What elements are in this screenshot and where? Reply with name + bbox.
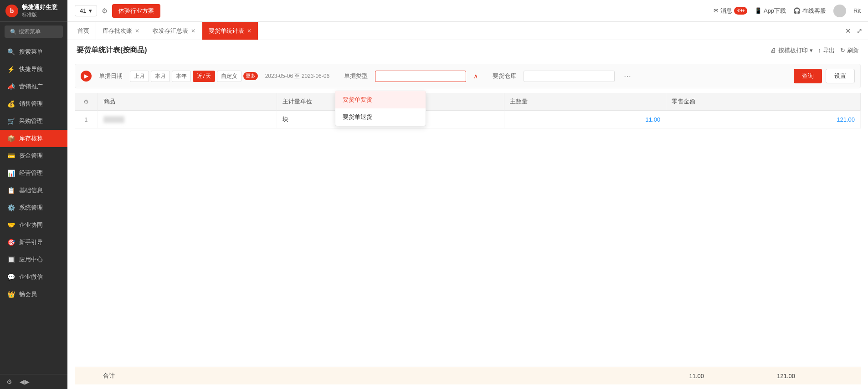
date-btn-this-year[interactable]: 本年 xyxy=(172,71,191,82)
warehouse-label: 要货仓库 xyxy=(493,72,516,80)
table-row: 1 █████ 块 11.00 121.00 xyxy=(75,111,861,128)
basic-icon: 📋 xyxy=(6,186,15,195)
industry-btn[interactable]: 体验行业方案 xyxy=(112,4,160,18)
store-value: 41 xyxy=(80,7,86,14)
tab-close[interactable]: ✕ xyxy=(135,28,139,34)
tab-close[interactable]: ✕ xyxy=(247,28,252,34)
nav-label: 库存核算 xyxy=(19,134,43,143)
search-label: 搜索菜单 xyxy=(19,28,41,36)
tab-label: 要货单统计表 xyxy=(209,27,244,35)
chevron-down-icon: ▾ xyxy=(89,7,92,14)
type-dropdown-arrow[interactable]: ∧ xyxy=(473,72,478,80)
sales-icon: 💰 xyxy=(6,99,15,108)
warehouse-input[interactable] xyxy=(524,71,615,82)
sidebar-item-finance[interactable]: 💳资金管理 xyxy=(0,147,67,164)
date-btn-custom[interactable]: 自定义 xyxy=(217,71,241,82)
sidebar-item-member[interactable]: 👑畅会员 xyxy=(0,286,67,303)
th-gear[interactable]: ⚙ xyxy=(75,93,98,111)
data-table: ⚙ 商品 主计量单位 主数量 零售金额 1 █████ 块 11.00 121.… xyxy=(75,93,861,128)
footer-amount: 121.00 xyxy=(746,373,801,379)
topbar-right: ✉ 消息 99+ 📱 App下载 🎧 在线客服 Rit xyxy=(714,5,861,17)
tab-receive-summary[interactable]: 收发存汇总表✕ xyxy=(146,22,202,40)
date-btn-7days[interactable]: 近7天 xyxy=(193,71,215,82)
app-download-btn[interactable]: 📱 App下载 xyxy=(755,7,786,15)
sidebar-item-search[interactable]: 🔍搜索菜单 xyxy=(0,43,67,61)
date-range: 2023-05-06 至 2023-06-06 xyxy=(265,72,329,80)
sidebar-item-operation[interactable]: 📊经营管理 xyxy=(0,164,67,182)
sidebar-item-enterprise[interactable]: 🤝企业协同 xyxy=(0,216,67,234)
sidebar-item-purchase[interactable]: 🛒采购管理 xyxy=(0,113,67,130)
sidebar-item-guide[interactable]: 🎯新手引导 xyxy=(0,234,67,251)
type-input[interactable] xyxy=(375,71,466,82)
tabbar-actions: ✕ ⤢ xyxy=(843,25,868,37)
maximize-btn[interactable]: ⤢ xyxy=(855,25,864,37)
date-buttons: 上月 本月 本年 近7天 自定义 更多 xyxy=(130,71,258,82)
dropdown-item-requisition[interactable]: 要货单要货 xyxy=(335,91,426,108)
search-btn[interactable]: 查询 xyxy=(794,69,822,83)
type-label: 单据类型 xyxy=(344,72,368,80)
table-footer: 合计 11.00 121.00 xyxy=(75,367,861,384)
system-icon: ⚙️ xyxy=(6,203,15,212)
settings-icon[interactable]: ⚙ xyxy=(6,378,12,385)
sidebar: b 畅捷通好生意 标准版 🔍 搜索菜单 🔍搜索菜单⚡快捷导航📣营销推广💰销售管理… xyxy=(0,0,67,389)
tab-close[interactable]: ✕ xyxy=(191,28,195,34)
sidebar-item-marketing[interactable]: 📣营销推广 xyxy=(0,78,67,95)
refresh-btn[interactable]: ↻ 刷新 xyxy=(840,46,859,55)
topbar-gear-icon[interactable]: ⚙ xyxy=(102,7,108,15)
cell-product: █████ xyxy=(98,111,277,128)
sidebar-item-quick-nav[interactable]: ⚡快捷导航 xyxy=(0,61,67,78)
nav-label: 基础信息 xyxy=(19,186,43,194)
date-btn-last-month[interactable]: 上月 xyxy=(130,71,149,82)
date-btn-this-month[interactable]: 本月 xyxy=(151,71,170,82)
finance-icon: 💳 xyxy=(6,151,15,160)
nav-label: 采购管理 xyxy=(19,117,43,125)
sidebar-item-sales[interactable]: 💰销售管理 xyxy=(0,95,67,113)
sidebar-nav: 🔍搜索菜单⚡快捷导航📣营销推广💰销售管理🛒采购管理📦库存核算💳资金管理📊经营管理… xyxy=(0,41,67,374)
nav-label: 应用中心 xyxy=(19,256,43,264)
collapse-icon[interactable]: ◀▶ xyxy=(20,378,30,385)
marketing-icon: 📣 xyxy=(6,82,15,91)
sidebar-item-app-center[interactable]: 🔲应用中心 xyxy=(0,251,67,268)
chevron-down-icon: ▾ xyxy=(810,47,813,54)
table-body: 1 █████ 块 11.00 121.00 xyxy=(75,111,861,128)
filter-settings-btn[interactable]: 设置 xyxy=(826,69,855,83)
avatar[interactable] xyxy=(833,5,846,17)
tab-requisition-summary[interactable]: 要货单统计表✕ xyxy=(202,22,258,40)
tab-home[interactable]: 首页 xyxy=(71,22,96,40)
nav-label: 系统管理 xyxy=(19,204,43,212)
more-filters-icon[interactable]: ⋯ xyxy=(624,72,631,81)
filter-bar: ▶ 单据日期 上月 本月 本年 近7天 自定义 更多 2023-05-06 至 … xyxy=(75,64,861,88)
sidebar-item-basic[interactable]: 📋基础信息 xyxy=(0,182,67,199)
export-btn[interactable]: ↑ 导出 xyxy=(818,46,835,55)
sidebar-item-wechat[interactable]: 💬企业微信 xyxy=(0,268,67,286)
enterprise-icon: 🤝 xyxy=(6,220,15,230)
main-area: 41 ▾ ⚙ 体验行业方案 ✉ 消息 99+ 📱 App下载 🎧 在线客服 Ri… xyxy=(67,0,868,389)
inventory-icon: 📦 xyxy=(6,134,15,143)
member-icon: 👑 xyxy=(6,290,15,299)
footer-quantity: 11.00 xyxy=(655,373,709,379)
refresh-icon: ↻ xyxy=(840,47,845,54)
page-header-actions: 🖨 按模板打印 ▾ ↑ 导出 ↻ 刷新 xyxy=(770,46,859,55)
filter-expand-btn[interactable]: ▶ xyxy=(81,71,92,82)
nav-label: 企业微信 xyxy=(19,273,43,281)
cell-no: 1 xyxy=(75,111,98,128)
hot-more-badge[interactable]: 更多 xyxy=(243,72,258,80)
download-icon: 📱 xyxy=(755,7,762,14)
dropdown-item-return[interactable]: 要货单退货 xyxy=(335,108,426,126)
sidebar-search[interactable]: 🔍 搜索菜单 xyxy=(5,26,63,38)
tab-label: 首页 xyxy=(77,27,89,35)
nav-label: 企业协同 xyxy=(19,221,43,229)
sidebar-item-system[interactable]: ⚙️系统管理 xyxy=(0,199,67,216)
cell-amount: 121.00 xyxy=(666,111,861,128)
tab-label: 库存批次账 xyxy=(103,27,132,35)
close-all-btn[interactable]: ✕ xyxy=(843,25,853,37)
online-service-btn[interactable]: 🎧 在线客服 xyxy=(793,7,826,15)
message-btn[interactable]: ✉ 消息 99+ xyxy=(714,7,747,15)
sidebar-item-inventory[interactable]: 📦库存核算 xyxy=(0,130,67,147)
tab-batch-accounts[interactable]: 库存批次账✕ xyxy=(96,22,146,40)
th-quantity: 主数量 xyxy=(504,93,666,111)
logo-icon: b xyxy=(5,5,18,17)
print-template-btn[interactable]: 🖨 按模板打印 ▾ xyxy=(770,46,813,55)
store-selector[interactable]: 41 ▾ xyxy=(75,5,97,16)
topbar: 41 ▾ ⚙ 体验行业方案 ✉ 消息 99+ 📱 App下载 🎧 在线客服 Ri… xyxy=(67,0,868,22)
